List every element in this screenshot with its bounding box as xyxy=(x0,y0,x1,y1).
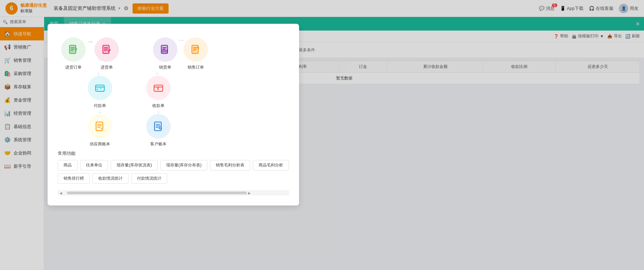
payment-icon: ¥ xyxy=(88,76,112,100)
func-btn-goods[interactable]: 商品 xyxy=(58,160,77,170)
arrow-down-sb: ↓ xyxy=(145,70,169,76)
flow-item-supplier-account[interactable]: 供应商账本 xyxy=(88,114,112,147)
app-container: 6 畅康通好生意 标准版 装备及固定资产辅助管理系统 ▼ ⚙ 体验行业方案 💬 … xyxy=(0,0,644,270)
common-functions-title: 常用功能 xyxy=(58,150,289,157)
arrow-down-pay: ↓ xyxy=(88,109,112,114)
purchase-order-icon xyxy=(61,37,86,62)
flow-row-5: 供应商账本 客户账本 xyxy=(58,114,289,147)
arrow-right-1: → xyxy=(86,37,94,59)
flow-item-purchase-bill[interactable]: 进货单 xyxy=(94,37,119,70)
flow-row-1: 进货订单 → 进货单 xyxy=(61,37,208,70)
func-buttons-row1: 商品 往来单位 现存量(库存状况表) 现存量(库存分布表) 销售毛利分析表 商品… xyxy=(58,160,289,170)
popup-overlay[interactable]: 进货订单 → 进货单 xyxy=(0,0,644,270)
scroll-track xyxy=(67,192,247,194)
func-btn-stock-dist[interactable]: 现存量(库存分布表) xyxy=(160,160,207,170)
svg-rect-16 xyxy=(155,122,161,131)
flow-item-payment[interactable]: ¥ 付款单 xyxy=(88,76,112,109)
svg-rect-11 xyxy=(97,88,99,90)
func-btn-sales-profit[interactable]: 销售毛利分析表 xyxy=(210,160,250,170)
svg-text:¥: ¥ xyxy=(100,87,102,90)
func-btn-recv-stats[interactable]: 收款情况统计 xyxy=(92,173,128,184)
svg-text:¥: ¥ xyxy=(157,87,159,91)
arrow-left-dashed-1: ← · · · xyxy=(178,37,183,55)
sales-order-label: 销售订单 xyxy=(188,65,204,70)
arrow-down-pb: ↓ xyxy=(86,70,111,76)
supplier-account-label: 供应商账本 xyxy=(90,141,110,147)
func-btn-goods-profit[interactable]: 商品毛利分析 xyxy=(253,160,289,170)
flow-row-2-container: ↓ ↓ xyxy=(58,70,289,76)
sales-bill-label: 销货单 xyxy=(159,65,171,70)
flow-item-customer-account[interactable]: 客户账本 xyxy=(146,114,171,147)
func-btn-partners[interactable]: 往来单位 xyxy=(80,160,108,170)
sales-bill-icon xyxy=(153,37,177,62)
common-functions-section: 常用功能 商品 往来单位 现存量(库存状况表) 现存量(库存分布表) 销售毛利分… xyxy=(58,150,289,184)
receipt-label: 收款单 xyxy=(152,103,164,109)
flow-row-3: ¥ 付款单 ¥ 收款单 xyxy=(58,76,289,109)
svg-rect-15 xyxy=(96,122,103,131)
flow-diagram: 进货订单 → 进货单 xyxy=(58,34,289,70)
customer-account-icon xyxy=(146,114,171,139)
purchase-bill-icon xyxy=(94,37,119,62)
flow-item-sales-order[interactable]: 销售订单 xyxy=(184,37,208,70)
popup-scrollbar[interactable]: ◀ ▶ xyxy=(58,191,289,195)
func-buttons-row2: 销售排行榜 收款情况统计 付款情况统计 xyxy=(58,173,289,184)
purchase-bill-label: 进货单 xyxy=(101,65,113,70)
flow-row-4-arrows: ↓ ↓ xyxy=(58,109,289,114)
sales-order-icon xyxy=(184,37,208,62)
scroll-left-icon[interactable]: ◀ xyxy=(58,191,64,195)
supplier-account-icon xyxy=(88,114,112,139)
customer-account-label: 客户账本 xyxy=(150,141,167,147)
flow-item-sales-bill[interactable]: 销货单 xyxy=(153,37,177,70)
func-btn-stock-status[interactable]: 现存量(库存状况表) xyxy=(111,160,158,170)
flow-item-receipt[interactable]: ¥ 收款单 xyxy=(146,76,171,109)
payment-label: 付款单 xyxy=(94,103,106,109)
arrow-down-recv: ↓ xyxy=(146,109,171,114)
quick-nav-popup: 进货订单 → 进货单 xyxy=(48,24,299,205)
purchase-order-label: 进货订单 xyxy=(65,65,82,70)
flow-item-purchase-order[interactable]: 进货订单 xyxy=(61,37,86,70)
receipt-icon: ¥ xyxy=(146,76,171,100)
func-btn-pay-stats[interactable]: 付款情况统计 xyxy=(131,173,167,184)
func-btn-sales-rank[interactable]: 销售排行榜 xyxy=(58,173,90,184)
scroll-right-icon[interactable]: ▶ xyxy=(247,191,252,195)
